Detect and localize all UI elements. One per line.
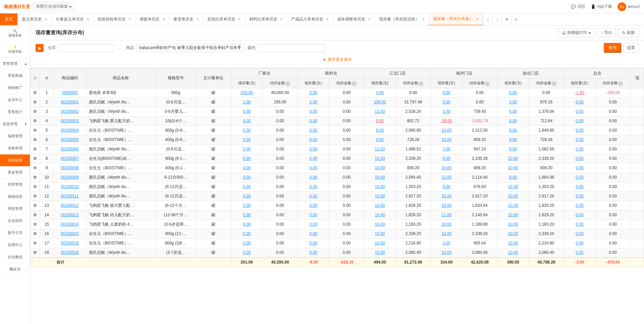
row-tot-qty[interactable]: 0.00 <box>564 201 595 210</box>
sidebar-item-business[interactable]: 经营管理 <box>0 179 30 191</box>
tab-close-all-btn[interactable]: ✕ <box>502 13 511 26</box>
row-land-qty[interactable]: 0.00 <box>298 116 329 126</box>
row-settings[interactable]: ⚙ <box>31 88 40 97</box>
row-settings[interactable]: ⚙ <box>31 97 40 107</box>
row-code[interactable]: 00100018 <box>54 248 86 258</box>
row-code[interactable]: 00100004 <box>54 126 86 135</box>
row-fac-qty[interactable]: 0.00 <box>231 238 262 248</box>
row-yb-qty[interactable]: 10.00 <box>497 229 529 238</box>
row-tot-qty[interactable]: 0.00 <box>564 126 595 135</box>
row-settings[interactable]: ⚙ <box>31 201 40 210</box>
sidebar-item-inventory[interactable]: 库存核算 <box>0 154 30 167</box>
sidebar-item-retail-store[interactable]: 零售商城 <box>0 70 30 82</box>
row-fac-qty[interactable]: 0.00 <box>231 173 262 182</box>
row-yb-qty[interactable]: 10.00 <box>497 238 529 248</box>
yb-amt-info-icon[interactable]: ⓘ <box>552 81 556 86</box>
tab-prev-btn[interactable]: ‹ <box>483 13 492 26</box>
row-na-qty[interactable]: 3.00 <box>431 107 462 116</box>
tab-material-out[interactable]: 材料出库单历史 ✕ <box>245 13 287 26</box>
row-na-qty[interactable]: 11.00 <box>431 210 462 220</box>
row-fac-qty[interactable]: 1.00 <box>231 97 262 107</box>
row-tot-qty[interactable]: 0.00 <box>564 248 595 258</box>
row-na-qty[interactable]: 10.00 <box>431 229 462 238</box>
org-selector[interactable]: 母婴行业演示陈套 ▾ <box>33 2 74 11</box>
row-land-qty[interactable]: 0.00 <box>298 88 329 97</box>
row-land-qty[interactable]: 0.00 <box>298 154 329 163</box>
row-land-qty[interactable]: 0.00 <box>298 163 329 173</box>
row-fac-qty[interactable]: 0.00 <box>231 182 262 191</box>
row-fac-qty[interactable]: 0.00 <box>231 191 262 201</box>
tab-transfer[interactable]: 调拨单历史 ✕ <box>136 13 169 26</box>
row-jb-qty[interactable]: 10.00 <box>364 173 395 182</box>
row-settings[interactable]: ⚙ <box>31 173 40 182</box>
query-btn[interactable]: 查询 <box>604 43 621 53</box>
row-settings[interactable]: ⚙ <box>31 107 40 116</box>
row-jb-qty[interactable]: 9.00 <box>364 126 395 135</box>
row-fac-qty[interactable]: 0.00 <box>231 144 262 154</box>
row-tot-qty[interactable]: 0.00 <box>564 107 595 116</box>
row-code[interactable]: 00100007 <box>54 154 86 163</box>
row-land-qty[interactable]: 0.00 <box>298 107 329 116</box>
row-yb-qty[interactable]: 10.00 <box>497 248 529 258</box>
row-jb-qty[interactable]: 9.00 <box>364 135 395 144</box>
row-jb-qty[interactable]: 10.00 <box>364 182 395 191</box>
row-code[interactable]: 00100006 <box>54 144 86 154</box>
row-code[interactable]: 00100011 <box>54 191 86 201</box>
sidebar-item-member-ext[interactable]: 畅会员 <box>0 263 30 275</box>
row-fac-qty[interactable]: 0.00 <box>231 220 262 229</box>
tab-request[interactable]: 要货单历史 ✕ <box>169 13 203 26</box>
row-yb-qty[interactable]: 8.00 <box>497 116 529 126</box>
row-tot-qty[interactable]: 0.00 <box>564 220 595 229</box>
row-yb-qty[interactable]: 8.00 <box>497 126 529 135</box>
row-tot-qty[interactable]: 0.00 <box>564 229 595 238</box>
tab-material-out-close[interactable]: ✕ <box>280 17 283 21</box>
row-tot-qty[interactable]: 0.00 <box>564 144 595 154</box>
expand-btn[interactable]: ▼ 展开更多条件 <box>322 55 352 64</box>
row-land-qty[interactable]: 0.00 <box>298 201 329 210</box>
row-na-qty[interactable]: 11.00 <box>431 173 462 182</box>
row-code[interactable]: 00100002 <box>54 107 86 116</box>
row-code[interactable]: 00100014 <box>54 220 86 229</box>
row-yb-qty[interactable]: 8.00 <box>497 144 529 154</box>
land-amt-info-icon[interactable]: ⓘ <box>352 81 357 86</box>
export-btn[interactable]: ↑ 导出 <box>597 28 616 37</box>
row-jb-qty[interactable]: 11.00 <box>364 107 395 116</box>
row-fac-qty[interactable]: 0.00 <box>231 135 262 144</box>
settings-btn[interactable]: 设置 <box>623 43 639 53</box>
row-settings[interactable]: ⚙ <box>31 163 40 173</box>
row-code[interactable]: 00100012 <box>54 201 86 210</box>
row-na-qty[interactable]: 10.00 <box>431 201 462 210</box>
na-amt-info-icon[interactable]: ⓘ <box>485 81 490 86</box>
sidebar-item-base-info[interactable]: 基础信息 <box>0 191 30 203</box>
tab-stock-dist-close[interactable]: ✕ <box>476 17 479 21</box>
row-code[interactable]: 00100016 <box>54 238 86 248</box>
row-settings[interactable]: ⚙ <box>31 210 40 220</box>
row-tot-qty[interactable]: -1.00 <box>564 88 595 97</box>
row-tot-qty[interactable]: 0.00 <box>564 154 595 163</box>
row-settings[interactable]: ⚙ <box>31 154 40 163</box>
row-code[interactable]: 00100010 <box>54 182 86 191</box>
row-fac-qty[interactable]: 0.00 <box>231 248 262 258</box>
row-jb-qty[interactable]: 10.00 <box>364 210 395 220</box>
row-jb-qty[interactable]: 11.00 <box>364 144 395 154</box>
row-settings[interactable]: ⚙ <box>31 191 40 201</box>
row-land-qty[interactable]: 0.00 <box>298 238 329 248</box>
sidebar-item-app-center[interactable]: 应用中心 <box>0 239 30 251</box>
tab-combo[interactable]: 组装拆卸单历史 ✕ <box>94 13 136 26</box>
tab-split-stocktake[interactable]: 分量盘点单历史 ✕ <box>52 13 94 26</box>
row-na-qty[interactable]: 9.00 <box>431 154 462 163</box>
row-fac-qty[interactable]: 0.00 <box>231 163 262 173</box>
row-land-qty[interactable]: 0.00 <box>298 220 329 229</box>
row-fac-qty[interactable]: 0.00 <box>231 229 262 238</box>
row-settings[interactable]: ⚙ <box>31 248 40 258</box>
row-na-qty[interactable]: 10.00 <box>431 126 462 135</box>
row-na-qty[interactable]: 5.00 <box>431 182 462 191</box>
row-code[interactable]: 00100013 <box>54 210 86 220</box>
sidebar-item-quicknav[interactable]: ⚡ 快捷导航 <box>0 42 30 58</box>
row-na-qty[interactable]: 10.00 <box>431 191 462 201</box>
row-na-qty[interactable]: 7.00 <box>431 144 462 154</box>
row-jb-qty[interactable]: 10.00 <box>364 163 395 173</box>
tab-request-close[interactable]: ✕ <box>196 17 199 21</box>
row-code[interactable]: 0000003 <box>54 88 86 97</box>
tab-stocktake-close[interactable]: ✕ <box>45 17 47 21</box>
